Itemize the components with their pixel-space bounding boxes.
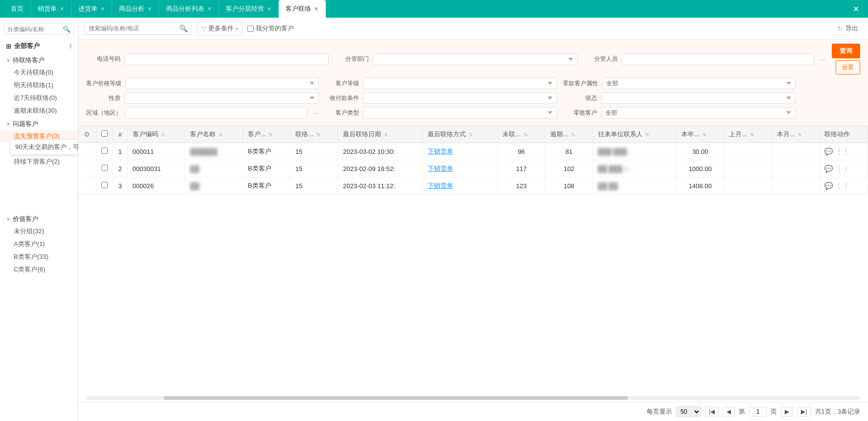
row-checkbox-cell[interactable] — [96, 160, 113, 177]
sort-type-icon[interactable]: ⇅ — [268, 132, 272, 137]
dept-select[interactable] — [373, 53, 577, 65]
phone-input[interactable] — [124, 53, 329, 65]
tab-goods-analysis-close[interactable]: ✕ — [147, 6, 152, 12]
sidebar-item-declining[interactable]: 持续下滑客户(2) — [0, 155, 78, 168]
query-button[interactable]: 查询 — [832, 44, 860, 58]
action-chat-icon[interactable]: 💬 — [824, 165, 833, 173]
action-more-icon[interactable]: ⋮⋮ — [836, 165, 849, 173]
region-more-icon[interactable]: ··· — [313, 109, 319, 117]
contact-method-link[interactable]: 下销货单 — [428, 165, 453, 172]
col-last-contact-method[interactable]: 最后联络方式 ⇅ — [423, 126, 498, 143]
col-last-contact-date[interactable]: 最后联络日期 ⇅ — [338, 126, 423, 143]
col-last-month[interactable]: 上月... ⇅ — [724, 126, 772, 143]
col-code[interactable]: 客户编码 ⇅ — [127, 126, 185, 143]
next-page-button[interactable]: ▶ — [781, 407, 793, 417]
row-checkbox[interactable] — [101, 165, 108, 171]
contact-method-link[interactable]: 下销货单 — [428, 182, 453, 189]
tab-customer-segment-close[interactable]: ✕ — [267, 6, 271, 12]
action-chat-icon[interactable]: 💬 — [824, 148, 833, 155]
settings-button[interactable]: 设置 — [836, 60, 860, 74]
window-close-button[interactable]: ✕ — [848, 4, 864, 14]
action-chat-icon[interactable]: 💬 — [824, 182, 833, 190]
search-input-wrap[interactable]: 🔍 — [84, 22, 192, 35]
sort-date-icon[interactable]: ⇅ — [384, 132, 388, 137]
more-conditions-button[interactable]: ▽ 更多条件 ▾ — [197, 22, 242, 35]
col-unit-contact[interactable]: 往来单位联系人 ⇅ — [593, 126, 676, 143]
sort-uncontacted-icon[interactable]: ⇅ — [524, 132, 528, 137]
sort-last-month-icon[interactable]: ⇅ — [750, 132, 754, 137]
sidebar-item-overdue-pending[interactable]: 逾期未联络(30) — [0, 104, 78, 117]
region-input[interactable] — [125, 107, 307, 119]
col-contact[interactable]: 联络... ⇅ — [290, 126, 338, 143]
scroll-thumb[interactable] — [164, 396, 628, 400]
tab-purchase-close[interactable]: ✕ — [100, 6, 105, 12]
tab-sales[interactable]: 销货单 ✕ — [31, 0, 72, 18]
tab-goods-analysis-list-close[interactable]: ✕ — [207, 6, 212, 12]
sort-contact-icon[interactable]: ⇅ — [316, 132, 320, 137]
customer-type-select[interactable] — [363, 107, 557, 119]
col-this-month[interactable]: 本月... ⇅ — [772, 126, 819, 143]
last-page-button[interactable]: ▶| — [797, 407, 811, 417]
status-select[interactable] — [601, 92, 796, 104]
col-type[interactable]: 客户... ⇅ — [242, 126, 290, 143]
sidebar-item-class-c[interactable]: C类客户(6) — [0, 263, 78, 276]
sidebar-item-week[interactable]: 近7天待联络(0) — [0, 92, 78, 104]
tab-goods-analysis-list[interactable]: 商品分析列表 ✕ — [159, 0, 219, 18]
sidebar-search[interactable]: 🔍 — [4, 24, 74, 35]
sidebar-item-class-a[interactable]: A类客户(1) — [0, 238, 78, 250]
tab-customer-contact-close[interactable]: ✕ — [314, 6, 318, 12]
sidebar-collapse-icon[interactable]: 《 — [67, 43, 72, 50]
person-input[interactable] — [622, 53, 815, 65]
sidebar-search-input[interactable] — [7, 26, 63, 33]
sort-overdue-icon[interactable]: ⇅ — [571, 132, 575, 137]
row-checkbox-cell[interactable] — [96, 177, 113, 195]
action-more-icon[interactable]: ⋮⋮ — [836, 148, 849, 155]
sidebar-item-today[interactable]: 今天待联络(0) — [0, 66, 78, 79]
sort-method-icon[interactable]: ⇅ — [469, 132, 473, 137]
sidebar-item-class-b[interactable]: B类客户(33) — [0, 250, 78, 263]
sort-unit-contact-icon[interactable]: ⇅ — [645, 132, 649, 137]
row-last-contact-method[interactable]: 下销货单 — [423, 177, 498, 195]
tab-customer-segment[interactable]: 客户分层经营 ✕ — [219, 0, 279, 18]
gender-select[interactable] — [124, 92, 319, 104]
search-input[interactable] — [89, 25, 179, 32]
col-uncontacted[interactable]: 未联... ⇅ — [498, 126, 545, 143]
sidebar-group-value[interactable]: ▼ 价值客户 — [0, 212, 78, 225]
page-input[interactable] — [749, 407, 767, 417]
page-size-select[interactable]: 50 100 200 — [676, 406, 701, 417]
sidebar-group-churn[interactable]: ▼ 问题客户 — [0, 117, 78, 130]
col-name[interactable]: 客户名称 ⇅ — [185, 126, 243, 143]
search-button[interactable]: 🔍 — [179, 25, 188, 32]
select-all-checkbox[interactable] — [101, 130, 108, 137]
price-level-select[interactable] — [125, 77, 319, 89]
col-overdue[interactable]: 逾期... ⇅ — [545, 126, 593, 143]
person-more-icon[interactable]: ··· — [820, 55, 826, 63]
my-customers-checkbox-wrap[interactable]: 我分管的客户 — [247, 24, 294, 33]
col-settings[interactable]: ⚙ — [78, 126, 96, 143]
sort-this-year-icon[interactable]: ⇅ — [702, 132, 706, 137]
sort-code-icon[interactable]: ⇅ — [161, 132, 165, 137]
tab-customer-contact[interactable]: 客户联络 ✕ — [279, 0, 326, 18]
col-checkbox[interactable] — [96, 126, 113, 143]
row-last-contact-method[interactable]: 下销货单 — [423, 143, 498, 160]
export-button[interactable]: ↻ 导出 — [833, 22, 862, 35]
zero-retail-select[interactable]: 全部 — [601, 107, 796, 119]
tab-sales-close[interactable]: ✕ — [60, 6, 64, 12]
sort-name-icon[interactable]: ⇅ — [218, 132, 222, 137]
sidebar-group-pending[interactable]: ▼ 待联络客户 — [0, 53, 78, 66]
sort-this-month-icon[interactable]: ⇅ — [797, 132, 801, 137]
contact-method-link[interactable]: 下销货单 — [428, 148, 453, 155]
action-more-icon[interactable]: ⋮⋮ — [836, 182, 849, 190]
tab-goods-analysis[interactable]: 商品分析 ✕ — [112, 0, 159, 18]
row-checkbox[interactable] — [101, 182, 108, 188]
settings-col-icon[interactable]: ⚙ — [84, 130, 90, 138]
row-checkbox[interactable] — [101, 148, 108, 154]
first-page-button[interactable]: |◀ — [705, 407, 719, 417]
sidebar-item-tomorrow[interactable]: 明天待联络(1) — [0, 79, 78, 92]
tab-home[interactable]: 首页 — [4, 0, 31, 18]
customer-level-select[interactable] — [363, 77, 557, 89]
row-last-contact-method[interactable]: 下销货单 — [423, 160, 498, 177]
prev-page-button[interactable]: ◀ — [723, 407, 735, 417]
my-customers-checkbox[interactable] — [247, 25, 254, 32]
zero-attr-select[interactable]: 全部 — [602, 77, 796, 89]
